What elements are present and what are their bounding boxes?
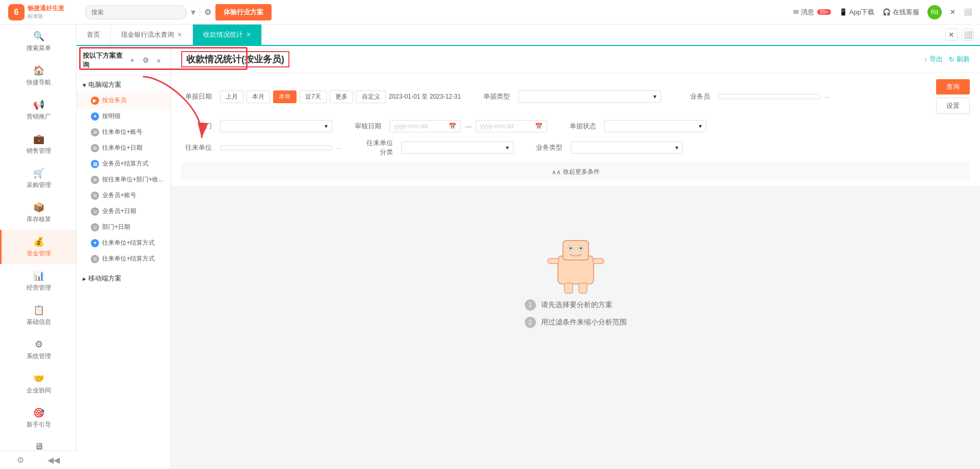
scheme-item-partner-date[interactable]: ⊞ 往来单位+日期	[77, 140, 170, 156]
date-btn-more[interactable]: 更多	[330, 90, 353, 103]
collapse-sidebar-btn[interactable]: ◀◀	[47, 455, 60, 465]
purchase-icon: 🛒	[33, 168, 44, 179]
mobile-group-label: 移动端方案	[88, 274, 121, 283]
trial-button[interactable]: 体验行业方案	[215, 4, 272, 20]
tab-receipt-close[interactable]: ✕	[246, 31, 251, 38]
date-btn-custom[interactable]: 自定义	[356, 90, 386, 103]
desktop-group-header[interactable]: ▾ 电脑端方案	[77, 77, 170, 92]
sidebar-item-inventory[interactable]: 📦 库存核算	[0, 196, 76, 230]
search-input[interactable]	[85, 5, 187, 19]
tab-bar: 首页 现金银行流水查询 ✕ 收款情况统计 ✕ ✕ ⬜	[77, 25, 980, 46]
scheme-item-partner-dept[interactable]: ⊞ 按往来单位+部门+收...	[77, 172, 170, 187]
app-icon: 📱	[839, 8, 847, 16]
scheme-icon-salesperson-account: ⊞	[91, 192, 99, 200]
step-1-label: 请先选择要分析的方案	[541, 300, 612, 310]
partner-label: 往来单位	[181, 143, 212, 152]
partner-more-btn[interactable]: ···	[336, 144, 342, 152]
std-badge: 标准版	[28, 13, 64, 20]
window-close-btn[interactable]: ✕	[950, 8, 955, 16]
settings-button[interactable]: 设置	[936, 98, 970, 114]
online-service-item[interactable]: 🎧 在线客服	[883, 8, 919, 17]
scheme-label-salesperson: 按业务员	[102, 96, 127, 105]
business-type-select[interactable]: ▾	[571, 142, 683, 154]
gear-icon[interactable]: ⚙	[204, 7, 211, 17]
date-btn-this-month[interactable]: 本月	[247, 90, 270, 103]
export-btn[interactable]: ↑ 导出	[924, 55, 943, 64]
scheme-item-salesperson[interactable]: ▶ 按业务员	[77, 92, 170, 108]
refresh-icon: ↻	[949, 56, 954, 63]
scheme-item-salesperson-date[interactable]: ◎ 业务员+日期	[77, 203, 170, 219]
scheme-label-dept-date: 部门+日期	[102, 223, 130, 231]
sidebar-item-marketing[interactable]: 📢 营销推广	[0, 93, 76, 127]
desktop-group-label: 电脑端方案	[88, 80, 121, 89]
dept-dropdown-icon: ▾	[325, 123, 328, 130]
sidebar-item-collab[interactable]: 🤝 企业协同	[0, 367, 76, 401]
refresh-btn[interactable]: ↻ 刷新	[949, 55, 970, 64]
message-label: 消息	[801, 8, 814, 17]
sidebar-item-purchase[interactable]: 🛒 采购管理	[0, 161, 76, 196]
sidebar-item-guide[interactable]: 🎯 新手引导	[0, 401, 76, 435]
sidebar-item-quicknav[interactable]: 🏠 快捷导航	[0, 59, 76, 93]
scheme-item-dept-date[interactable]: ◎ 部门+日期	[77, 219, 170, 235]
close-icon: ✕	[950, 8, 955, 16]
calendar-from-icon[interactable]: 📅	[449, 123, 456, 130]
sidebar-label-system: 系统管理	[27, 352, 51, 361]
tab-receipt[interactable]: 收款情况统计 ✕	[193, 25, 262, 45]
partner-field: ···	[220, 144, 344, 152]
type-select[interactable]: ▾	[518, 90, 661, 103]
scheme-icon-salesperson-payment: ▦	[91, 160, 99, 168]
app-download-item[interactable]: 📱 App下载	[839, 8, 874, 17]
status-select[interactable]: ▾	[604, 120, 706, 132]
date-btn-7days[interactable]: 近7天	[300, 90, 327, 103]
scheme-item-partner-account[interactable]: ⊞ 往来单位+账号	[77, 124, 170, 140]
salesperson-select[interactable]	[718, 94, 820, 99]
partner-category-select[interactable]: ▾	[401, 142, 513, 154]
scheme-item-detail[interactable]: ✦ 按明细	[77, 108, 170, 124]
dept-select[interactable]: ▾	[220, 120, 332, 132]
tab-bank-close[interactable]: ✕	[177, 31, 182, 38]
window-maximize-btn[interactable]: ⬜	[964, 8, 972, 16]
salesperson-label: 业务员	[679, 92, 710, 101]
page-body: 按以下方案查询 + ⚙ « ▾ 电脑端方案 ▶ 按业务员	[77, 46, 980, 469]
svg-rect-7	[593, 259, 604, 264]
sidebar-item-system[interactable]: ⚙ 系统管理	[0, 333, 76, 367]
tab-home-label: 首页	[87, 30, 100, 39]
operation-icon: 📊	[33, 270, 44, 282]
sidebar-label-sales: 销售管理	[27, 147, 51, 155]
query-button[interactable]: 查询	[936, 79, 970, 95]
home-icon: 🏠	[33, 65, 44, 76]
sidebar-item-sales[interactable]: 💼 销售管理	[0, 127, 76, 161]
partner-select[interactable]	[220, 145, 332, 150]
date-btn-this-year[interactable]: 本年	[273, 90, 297, 103]
sidebar-item-finance[interactable]: 💰 资金管理	[0, 230, 76, 264]
tab-close-all-btn[interactable]: ✕	[945, 29, 958, 41]
guide-icon: 🎯	[33, 407, 44, 418]
scheme-item-salesperson-account[interactable]: ⊞ 业务员+账号	[77, 187, 170, 203]
collapse-panel-btn[interactable]: «	[153, 55, 164, 66]
tab-expand-btn[interactable]: ⬜	[962, 29, 974, 41]
tab-home[interactable]: 首页	[77, 25, 111, 45]
scheme-settings-btn[interactable]: ⚙	[140, 55, 151, 66]
sidebar-item-basic[interactable]: 📋 基础信息	[0, 298, 76, 333]
scheme-item-salesperson-payment[interactable]: ▦ 业务员+结算方式	[77, 156, 170, 172]
tab-bank[interactable]: 现金银行流水查询 ✕	[111, 25, 193, 45]
review-date-from-input[interactable]: yyyy-mm-dd 📅	[389, 120, 461, 132]
sidebar-item-search[interactable]: 🔍 搜索菜单	[0, 25, 76, 59]
sidebar-item-operation[interactable]: 📊 经营管理	[0, 264, 76, 298]
scheme-item-partner-payment2[interactable]: ⊞ 往来单位+结算方式	[77, 251, 170, 267]
scheme-icon-detail: ✦	[91, 112, 99, 121]
date-dash: —	[465, 123, 472, 130]
mobile-group-header[interactable]: ▸ 移动端方案	[77, 271, 170, 286]
calendar-to-icon[interactable]: 📅	[535, 123, 543, 130]
date-btn-last-month[interactable]: 上月	[220, 90, 243, 103]
collapse-more-btn[interactable]: ∧∧ 收起更多条件	[181, 163, 970, 180]
settings-bottom-btn[interactable]: ⚙	[17, 455, 24, 465]
header-dropdown-btn[interactable]: ▾	[191, 7, 195, 18]
add-scheme-btn[interactable]: +	[127, 55, 138, 66]
scheme-item-partner-payment1[interactable]: ✦ 往来单位+结算方式	[77, 235, 170, 251]
message-item[interactable]: ✉ 消息 99+	[793, 8, 831, 17]
refresh-label: 刷新	[957, 55, 970, 64]
salesperson-more-btn[interactable]: ···	[824, 93, 830, 101]
review-date-to-input[interactable]: yyyy-mm-dd 📅	[476, 120, 547, 132]
avatar[interactable]: Rit	[927, 5, 942, 19]
